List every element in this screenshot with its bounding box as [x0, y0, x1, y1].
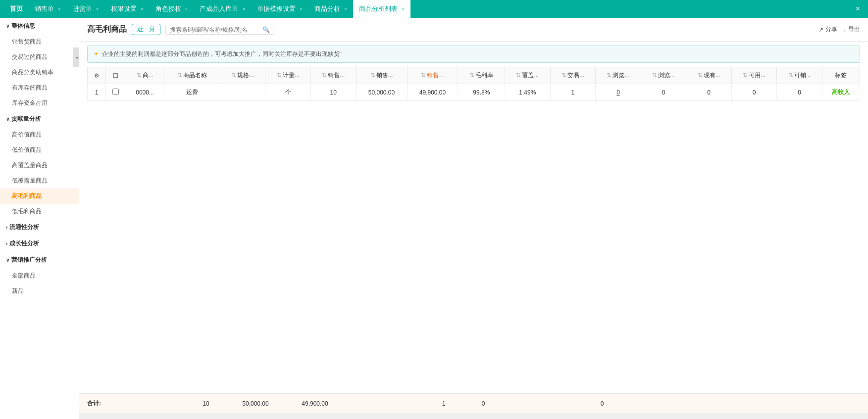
nav-tab-analysis-list[interactable]: 商品分析列表 ×	[353, 0, 410, 18]
search-input[interactable]	[170, 26, 260, 33]
col-sales2[interactable]: ⇅销售...	[356, 67, 407, 84]
nav-tab-home-label: 首页	[10, 4, 23, 13]
col-code[interactable]: ⇅商...	[126, 67, 164, 84]
cell-spec	[220, 84, 265, 101]
sidebar-item-new-goods[interactable]: 新品	[0, 283, 79, 299]
sidebar-group-overall[interactable]: ∨ 整体信息	[0, 18, 79, 34]
header-actions: ↗ 分享 ↓ 导出	[818, 25, 860, 34]
nav-tab-permissions[interactable]: 权限设置 ×	[105, 0, 150, 18]
footer-cell-browse: 0	[463, 400, 503, 407]
sidebar-group-contribution[interactable]: ∨ 贡献量分析	[0, 111, 79, 127]
close-icon[interactable]: ×	[344, 6, 347, 12]
col-available[interactable]: ⇅可用...	[731, 67, 777, 84]
sidebar-collapse-button[interactable]: «	[73, 47, 79, 67]
sidebar-item-high-value[interactable]: 高价值商品	[0, 127, 79, 142]
sidebar-item-all-goods[interactable]: 全部商品	[0, 268, 79, 283]
cell-browse2: 0	[641, 84, 686, 101]
cell-index: 1	[88, 84, 106, 101]
nav-tab-permissions-label: 权限设置	[111, 4, 137, 13]
cell-sales2: 50,000.00	[356, 84, 407, 101]
col-coverage[interactable]: ⇅覆盖...	[505, 67, 551, 84]
col-unit[interactable]: ⇅计量...	[265, 67, 311, 84]
search-icon[interactable]: 🔍	[262, 26, 270, 33]
col-browse2[interactable]: ⇅浏览...	[641, 67, 686, 84]
nav-tab-purchase[interactable]: 进货单 ×	[67, 0, 105, 18]
footer-cell-sellable	[622, 400, 662, 407]
close-all-button[interactable]: ×	[852, 4, 864, 13]
nav-tab-roles[interactable]: 角色授权 ×	[150, 0, 194, 18]
main-layout: « ∨ 整体信息 销售货商品 交易过的商品 商品分类助销率 有库存的商品 库存资…	[0, 18, 868, 419]
footer-cell-browse2	[503, 400, 543, 407]
page-title: 高毛利商品	[87, 24, 127, 35]
sidebar-item-low-coverage[interactable]: 低覆盖量商品	[0, 173, 79, 188]
sidebar-item-in-stock[interactable]: 有库存的商品	[0, 80, 79, 95]
nav-tab-sales-label: 销售单	[35, 4, 54, 13]
info-icon: ✦	[94, 50, 99, 57]
cell-browse1[interactable]: 0	[596, 84, 641, 101]
nav-tab-template[interactable]: 单据模板设置 ×	[251, 0, 308, 18]
close-icon[interactable]: ×	[58, 6, 61, 12]
close-icon[interactable]: ×	[96, 6, 99, 12]
content-area: 高毛利商品 近一月 🔍 ↗ 分享 ↓ 导出 ✦ 企业的主要的利润都是这部分商品创…	[79, 18, 868, 419]
col-tag[interactable]: 标签	[822, 67, 860, 84]
footer-label: 合计:	[87, 399, 186, 408]
col-spec[interactable]: ⇅规格...	[220, 67, 265, 84]
close-icon[interactable]: ×	[242, 6, 245, 12]
export-button[interactable]: ↓ 导出	[843, 25, 860, 34]
cell-tag: 高收入	[822, 84, 860, 101]
footer-total: 合计: 10 50,000.00 49,900.00 1 0 0	[79, 393, 868, 413]
cell-gross-rate: 99.8%	[458, 84, 505, 101]
footer-cell-available: 0	[582, 400, 622, 407]
col-name[interactable]: ⇅商品名称	[164, 67, 220, 84]
nav-tab-roles-label: 角色授权	[155, 4, 181, 13]
col-current[interactable]: ⇅现有...	[686, 67, 732, 84]
cell-name: 运费	[164, 84, 220, 101]
col-gross-rate[interactable]: ⇅毛利率	[458, 67, 505, 84]
horizontal-scrollbar[interactable]	[79, 413, 868, 419]
close-icon[interactable]: ×	[185, 6, 188, 12]
sidebar-item-high-margin[interactable]: 高毛利商品	[0, 188, 79, 204]
sidebar-item-low-value[interactable]: 低价值商品	[0, 142, 79, 158]
table-header-row: ⚙ ☐ ⇅商... ⇅商品名称 ⇅规格... ⇅计量... ⇅销售... ⇅销售…	[88, 67, 860, 84]
nav-tab-sales[interactable]: 销售单 ×	[29, 0, 67, 18]
sidebar-item-stock-funds[interactable]: 库存资金占用	[0, 95, 79, 111]
sidebar-item-traded-goods[interactable]: 交易过的商品	[0, 49, 79, 65]
col-sellable[interactable]: ⇅可销...	[777, 67, 822, 84]
cell-available: 0	[731, 84, 777, 101]
close-icon[interactable]: ×	[402, 6, 405, 12]
cell-unit: 个	[265, 84, 311, 101]
share-button[interactable]: ↗ 分享	[818, 25, 837, 34]
cell-transaction: 1	[550, 84, 596, 101]
col-checkbox[interactable]: ☐	[106, 67, 126, 84]
top-navigation: 首页 销售单 × 进货单 × 权限设置 × 角色授权 × 产成品入库单 × 单据…	[0, 0, 868, 18]
export-icon: ↓	[843, 26, 846, 33]
cell-checkbox[interactable]	[106, 84, 126, 101]
close-icon[interactable]: ×	[300, 6, 303, 12]
footer-cell-sales2: 50,000.00	[226, 400, 285, 407]
sidebar-item-low-margin[interactable]: 低毛利商品	[0, 204, 79, 219]
sidebar-item-high-coverage[interactable]: 高覆盖量商品	[0, 158, 79, 173]
chevron-down-icon: ∨	[6, 257, 9, 263]
footer-cell-sales1: 10	[186, 400, 226, 407]
sidebar-item-sales-goods[interactable]: 销售货商品	[0, 34, 79, 49]
sidebar: « ∨ 整体信息 销售货商品 交易过的商品 商品分类助销率 有库存的商品 库存资…	[0, 18, 79, 419]
nav-tab-home[interactable]: 首页	[4, 0, 29, 18]
content-header: 高毛利商品 近一月 🔍 ↗ 分享 ↓ 导出	[79, 18, 868, 42]
col-sales1[interactable]: ⇅销售...	[310, 67, 356, 84]
col-browse1[interactable]: ⇅浏览...	[596, 67, 641, 84]
sidebar-group-liquidity[interactable]: › 流通性分析	[0, 219, 79, 235]
nav-tab-inbound[interactable]: 产成品入库单 ×	[194, 0, 251, 18]
info-banner: ✦ 企业的主要的利润都是这部分商品创造的，可考虑加大推广，同时关注库存是不要出现…	[87, 46, 860, 63]
footer-cell-gross	[345, 400, 384, 407]
footer-cell-coverage	[384, 400, 424, 407]
sidebar-item-category-rate[interactable]: 商品分类助销率	[0, 65, 79, 80]
sidebar-group-marketing[interactable]: ∨ 营销推广分析	[0, 252, 79, 268]
cell-coverage: 1.49%	[505, 84, 551, 101]
sidebar-group-growth[interactable]: › 成长性分析	[0, 235, 79, 252]
close-icon[interactable]: ×	[141, 6, 144, 12]
nav-tab-analysis[interactable]: 商品分析 ×	[308, 0, 353, 18]
col-settings[interactable]: ⚙	[88, 67, 106, 84]
period-button[interactable]: 近一月	[132, 24, 160, 35]
col-transaction[interactable]: ⇅交易...	[550, 67, 596, 84]
col-sales3[interactable]: ⇅销售...	[407, 67, 458, 84]
